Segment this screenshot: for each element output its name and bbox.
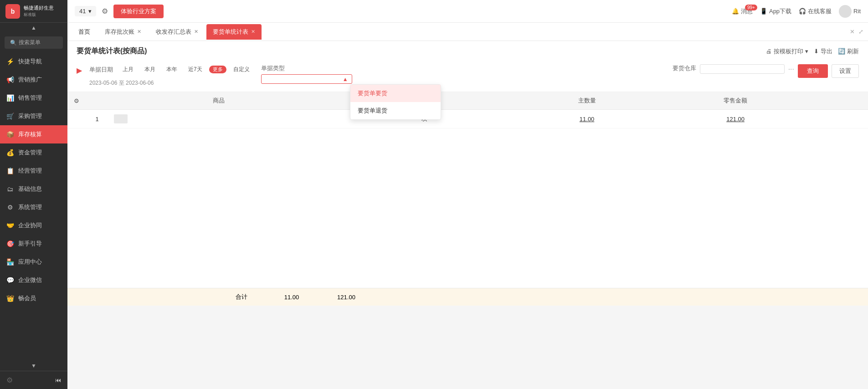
row-index: 1: [86, 110, 108, 128]
row-gear: [67, 110, 86, 128]
bell-icon: 🔔: [732, 8, 739, 15]
tab-inventory-batch-label: 库存批次账: [105, 28, 134, 36]
settings-button[interactable]: 设置: [832, 64, 859, 78]
empty-space: [67, 128, 868, 288]
date-last-7-days[interactable]: 近7天: [184, 64, 206, 75]
date-shortcuts: 上月 本月 本年 近7天 更多 自定义: [118, 64, 254, 75]
print-btn[interactable]: 🖨 按模板打印 ▾: [766, 47, 808, 56]
date-this-month[interactable]: 本月: [140, 64, 159, 75]
col-qty: 主数量: [519, 92, 654, 110]
sidebar-item-newbie[interactable]: 🎯 新手引导: [0, 235, 67, 253]
type-filter-label: 单据类型: [261, 64, 352, 72]
query-button[interactable]: 查询: [798, 64, 828, 78]
sidebar-item-quick-nav[interactable]: ⚡ 快捷导航: [0, 52, 67, 71]
dropdown-option-yaohuo[interactable]: 要货单要货: [350, 85, 441, 102]
company-selector[interactable]: 41 ▾: [75, 6, 96, 16]
tab-close-all-icon[interactable]: ✕: [850, 28, 855, 35]
newbie-icon: 🎯: [5, 239, 15, 248]
warehouse-input-wrap[interactable]: [700, 64, 785, 74]
operation-icon: 📋: [5, 166, 15, 175]
tab-collect-summary-close[interactable]: ✕: [194, 29, 198, 35]
sidebar-item-purchase[interactable]: 🛒 采购管理: [0, 107, 67, 125]
tab-order-summary-label: 要货单统计表: [213, 28, 248, 36]
tab-collect-summary-label: 收发存汇总表: [156, 28, 191, 36]
tab-order-summary-close[interactable]: ✕: [251, 29, 255, 35]
trial-btn[interactable]: 体验行业方案: [113, 5, 164, 18]
col-amount: 零售金额: [654, 92, 817, 110]
tab-inventory-batch[interactable]: 库存批次账 ✕: [98, 24, 148, 40]
filter-expand-btn[interactable]: ▶: [77, 66, 82, 75]
row-empty: [817, 110, 868, 128]
dropdown-option-yaohuo-label: 要货单要货: [358, 90, 387, 97]
sales-icon: 📊: [5, 93, 15, 102]
print-dropdown-icon[interactable]: ▾: [805, 48, 808, 55]
sidebar-item-label: 基础信息: [18, 185, 42, 193]
logo-icon: b: [5, 4, 20, 19]
table-wrap: ⚙ 商品 主计量单位 主数量 零售金额 1: [67, 92, 868, 128]
app-logo: b 畅捷通好生意 标准版: [0, 0, 67, 23]
sidebar-item-label: 系统管理: [18, 203, 42, 211]
tab-collect-summary[interactable]: 收发存汇总表 ✕: [149, 24, 205, 40]
dropdown-option-tuihuo-label: 要货单退货: [358, 107, 387, 114]
sidebar-item-wechat[interactable]: 💬 企业微信: [0, 271, 67, 289]
app-download-btn[interactable]: 📱 App下载: [760, 7, 791, 15]
type-filter-input[interactable]: [265, 76, 343, 82]
sidebar-collapse-btn[interactable]: ⏮: [55, 377, 61, 384]
type-filter-input-wrap[interactable]: ▲: [261, 74, 352, 84]
footer-qty: 11.00: [264, 294, 319, 301]
purchase-icon: 🛒: [5, 112, 15, 121]
sidebar-item-label: 畅会员: [18, 294, 36, 302]
sidebar-scroll-down[interactable]: ▼: [0, 361, 67, 371]
page-title: 要货单统计表(按商品): [77, 46, 147, 56]
sidebar-settings-icon[interactable]: ⚙: [6, 376, 13, 384]
dropdown-option-tuihuo[interactable]: 要货单退货: [350, 102, 441, 119]
sidebar-item-collab[interactable]: 🤝 企业协同: [0, 216, 67, 235]
date-last-month[interactable]: 上月: [118, 64, 138, 75]
print-label: 按模板打印: [774, 47, 803, 56]
sidebar-item-system[interactable]: ⚙ 系统管理: [0, 198, 67, 216]
search-menu[interactable]: 🔍 搜索菜单: [5, 36, 63, 49]
warehouse-input[interactable]: [704, 66, 781, 72]
sidebar-item-operation[interactable]: 📋 经营管理: [0, 162, 67, 180]
table-row: 1 块 11.00 121.00: [67, 110, 868, 128]
sidebar-scroll-up[interactable]: ▲: [0, 23, 67, 33]
sidebar-item-basic[interactable]: 🗂 基础信息: [0, 180, 67, 198]
col-product: 商品: [108, 92, 329, 110]
sidebar-item-inventory[interactable]: 📦 库存核算: [0, 125, 67, 143]
user-profile-btn[interactable]: Rit: [839, 5, 861, 18]
date-range-display: 2023-05-06 至 2023-06-06: [89, 79, 254, 87]
warehouse-more-btn[interactable]: ···: [788, 65, 794, 73]
col-index: [86, 92, 108, 110]
date-more-btn[interactable]: 更多: [209, 66, 226, 73]
date-custom[interactable]: 自定义: [229, 64, 254, 75]
sidebar-item-member[interactable]: 👑 畅会员: [0, 289, 67, 307]
date-this-year[interactable]: 本年: [162, 64, 181, 75]
dropdown-arrow-icon: ▾: [88, 8, 92, 15]
top-header: 41 ▾ ⚙ 体验行业方案 🔔 消息 99+ 📱 App下载 🎧 在线客服: [67, 0, 868, 23]
phone-icon: 📱: [760, 8, 767, 15]
sidebar-item-sales[interactable]: 📊 销售管理: [0, 89, 67, 107]
sidebar-item-marketing[interactable]: 📢 营销推广: [0, 71, 67, 89]
col-gear[interactable]: ⚙: [67, 92, 86, 110]
tab-home[interactable]: 首页: [72, 24, 97, 40]
tab-order-summary[interactable]: 要货单统计表 ✕: [206, 24, 262, 40]
type-filter-chevron-up[interactable]: ▲: [343, 76, 348, 82]
sidebar-item-label: 新手引导: [18, 240, 42, 248]
date-filter-row: 单据日期 上月 本月 本年 近7天 更多 自定义: [89, 64, 254, 75]
sidebar-item-label: 销售管理: [18, 94, 42, 102]
header-gear-icon[interactable]: ⚙: [102, 7, 108, 15]
app-title: 畅捷通好生意: [24, 5, 54, 11]
sidebar-item-appstore[interactable]: 🏪 应用中心: [0, 253, 67, 271]
sidebar-item-label: 库存核算: [18, 130, 42, 138]
username-label: Rit: [853, 8, 861, 15]
refresh-btn[interactable]: 🔄 刷新: [838, 47, 859, 56]
tab-inventory-batch-close[interactable]: ✕: [137, 29, 141, 35]
export-label: 导出: [821, 47, 832, 56]
app-download-label: App下载: [769, 7, 791, 15]
sidebar-item-finance[interactable]: 💰 资金管理: [0, 143, 67, 162]
tab-expand-icon[interactable]: ⤢: [858, 28, 863, 35]
online-service-btn[interactable]: 🎧 在线客服: [799, 7, 832, 15]
notifications-btn[interactable]: 🔔 消息 99+: [732, 7, 753, 15]
export-btn[interactable]: ⬇ 导出: [814, 47, 832, 56]
basic-icon: 🗂: [5, 184, 15, 194]
